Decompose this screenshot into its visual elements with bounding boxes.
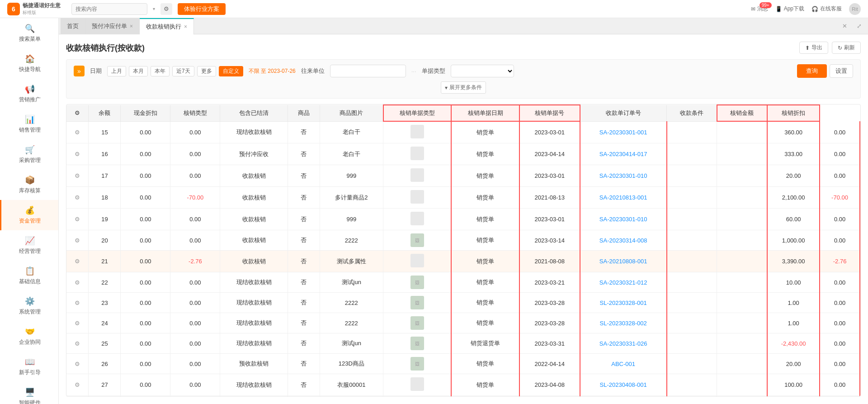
sidebar-item-采购管理[interactable]: 🛒采购管理 [0,139,58,170]
logo-text: 畅捷通谐好生意 标维版 [23,2,61,16]
row-gear-icon[interactable]: ⚙ [75,237,80,244]
cell-write_off_no[interactable]: SA-20230321-012 [580,272,667,293]
chevron-down-icon[interactable]: ▾ [153,6,155,11]
sidebar-item-企业协同[interactable]: 🤝企业协同 [0,321,58,352]
row-gear-icon[interactable]: ⚙ [75,381,80,388]
industry-solution-button[interactable]: 体验行业方案 [178,3,226,15]
tab-close-icon[interactable]: × [130,23,133,29]
cell-goods: 老白干 [320,121,383,143]
user-avatar[interactable]: Rit [849,3,861,15]
sidebar-item-基础信息[interactable]: 📋基础信息 [0,261,58,291]
sidebar-item-智能硬件[interactable]: 🖥️智能硬件 [0,382,58,404]
refresh-button[interactable]: ↻ 刷新 [832,42,861,54]
cell-write_off_no[interactable]: SA-20230301-001 [580,121,667,143]
cell-write_off_doc_type: 销货单 [451,209,519,230]
col-header-included_cleared: 包含已结清 [220,105,288,121]
cell-goods_img [383,187,452,209]
sidebar-item-销售管理[interactable]: 📊销售管理 [0,109,58,139]
write-off-no-link[interactable]: SA-20210808-001 [599,258,647,265]
write-off-no-link[interactable]: SA-20230301-010 [599,216,647,223]
sidebar-icon: 📢 [25,84,35,94]
tab-首页[interactable]: 首页 [61,18,85,34]
cell-write_off_no[interactable]: SL-20230328-001 [580,293,667,313]
query-button[interactable]: 查询 [797,64,827,78]
row-gear-icon[interactable]: ⚙ [75,258,80,265]
cell-write_off_no[interactable]: ABC-001 [580,354,667,374]
this-month-btn[interactable]: 本月 [129,66,148,76]
last-month-btn[interactable]: 上月 [107,66,126,76]
write-off-no-link[interactable]: SA-20230301-010 [599,172,647,179]
row-gear-icon[interactable]: ⚙ [75,216,80,223]
online-service-link[interactable]: 🎧 在线客服 [811,5,842,13]
cell-write_off_date: 2021-08-08 [519,251,580,272]
cell-write_off_no[interactable]: SA-20230331-026 [580,333,667,354]
export-button[interactable]: ⬆ 导出 [799,42,828,54]
cell-write_off_no[interactable]: SA-20210808-001 [580,251,667,272]
sidebar-item-库存核算[interactable]: 📦库存核算 [0,170,58,200]
write-off-no-link[interactable]: SA-20230321-012 [599,279,647,286]
tab-close-icon[interactable]: × [184,24,187,30]
message-button[interactable]: ✉ 消息 99+ [751,5,768,13]
custom-date-btn[interactable]: 自定义 [219,66,243,76]
row-gear-icon[interactable]: ⚙ [75,151,80,157]
sidebar-item-资金管理[interactable]: 💰资金管理 [0,200,58,230]
row-gear-icon[interactable]: ⚙ [75,172,80,179]
col-header-write_off_date: 核销单据日期 [451,105,519,121]
settings-gear-icon[interactable]: ⚙ [160,3,172,15]
maximize-btn[interactable]: ⤢ [854,21,864,32]
tab-label: 预付冲应付单 [92,22,127,30]
this-year-btn[interactable]: 本年 [151,66,170,76]
row-gear-icon[interactable]: ⚙ [75,340,80,347]
cell-receipt_condition [717,293,768,313]
write-off-no-link[interactable]: SA-20210813-001 [599,194,647,201]
expand-more-btn[interactable]: ▾ 展开更多条件 [441,81,486,94]
filter-expand-arrow[interactable]: » [74,66,85,76]
cell-write_off_no[interactable]: SA-20230314-008 [580,230,667,251]
sidebar-item-经营管理[interactable]: 📈经营管理 [0,230,58,261]
cell-write_off_discount: 0.00 [820,143,860,165]
sidebar-item-快捷导航[interactable]: 🏠快捷导航 [0,48,58,79]
doc-type-select[interactable] [451,65,514,77]
cell-write_off_no[interactable]: SA-20210813-001 [580,187,667,209]
write-off-no-link[interactable]: ABC-001 [611,361,635,367]
write-off-no-link[interactable]: SA-20230414-017 [599,151,647,157]
sidebar-item-系统管理[interactable]: ⚙️系统管理 [0,291,58,321]
row-gear-icon[interactable]: ⚙ [75,129,80,136]
cell-write_off_no[interactable]: SA-20230301-010 [580,209,667,230]
app-download-link[interactable]: 📱 App下载 [775,5,804,13]
cell-goods: 测试jun [320,333,383,354]
write-off-no-link[interactable]: SA-20230314-008 [599,237,647,244]
row-gear-icon[interactable]: ⚙ [75,361,80,367]
cell-write_off_no[interactable]: SA-20230301-010 [580,165,667,187]
cell-write_off_no[interactable]: SL-20230418-001 [580,396,667,397]
row-gear-icon[interactable]: ⚙ [75,194,80,201]
sidebar-item-新手引导[interactable]: 📖新手引导 [0,352,58,382]
last-7-days-btn[interactable]: 近7天 [172,66,194,76]
write-off-no-link[interactable]: SL-20230408-001 [600,381,647,388]
sidebar-item-营销推广[interactable]: 📢营销推广 [0,79,58,109]
setting-button[interactable]: 设置 [830,64,853,78]
cell-write_off_no[interactable]: SL-20230328-002 [580,313,667,333]
search-input[interactable] [71,3,147,15]
cell-cash_discount: 0.00 [170,396,220,397]
cell-receipt_condition [717,272,768,293]
write-off-no-link[interactable]: SL-20230328-001 [600,299,647,306]
cell-write_off_no[interactable]: SA-20230414-017 [580,143,667,165]
cell-gear: ⚙ [66,121,89,143]
cell-goods_img: 🖼 [383,354,452,374]
row-gear-icon[interactable]: ⚙ [75,299,80,306]
cell-gear: ⚙ [66,333,89,354]
close-all-tabs-btn[interactable]: ✕ [839,21,850,32]
tab-收款核销执行[interactable]: 收款核销执行× [140,18,194,34]
more-dates-btn[interactable]: 更多 [197,66,216,76]
cell-cash_discount: 0.00 [170,209,220,230]
tab-预付冲应付单[interactable]: 预付冲应付单× [85,18,140,34]
write-off-no-link[interactable]: SA-20230331-026 [599,340,647,347]
write-off-no-link[interactable]: SA-20230301-001 [599,129,647,136]
write-off-no-link[interactable]: SL-20230328-002 [600,320,647,327]
partner-input[interactable] [330,65,406,77]
cell-write_off_no[interactable]: SL-20230408-001 [580,374,667,396]
row-gear-icon[interactable]: ⚙ [75,279,80,286]
sidebar-item-搜索菜单[interactable]: 🔍搜索菜单 [0,18,58,48]
row-gear-icon[interactable]: ⚙ [75,320,80,327]
